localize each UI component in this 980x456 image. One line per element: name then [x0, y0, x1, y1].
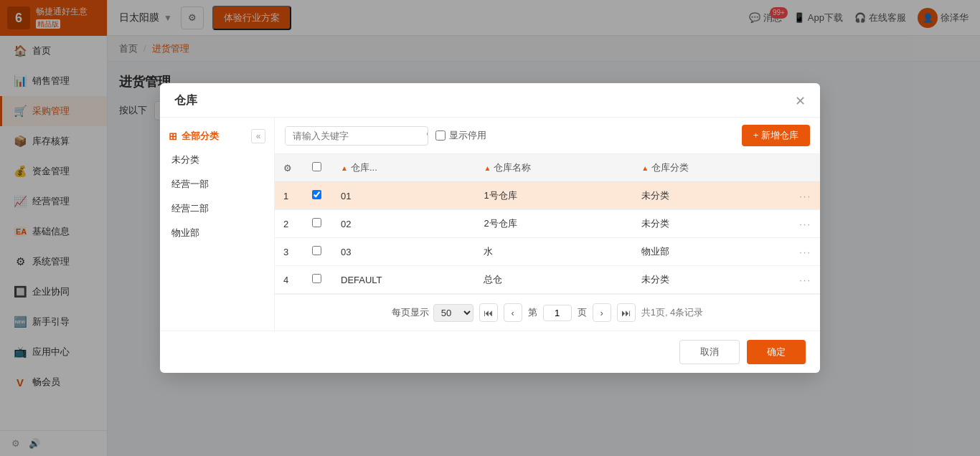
table-header-row: ⚙ ▲ 仓库... — [275, 154, 820, 182]
all-category-label: 全部分类 — [182, 130, 219, 143]
right-toolbar: 🔍 显示停用 + 新增仓库 — [275, 118, 820, 154]
per-page-selector: 每页显示 50 20 100 — [392, 304, 473, 322]
th-checkbox — [303, 154, 332, 182]
last-page-button[interactable]: ⏭ — [617, 303, 636, 322]
th-actions — [791, 154, 820, 182]
row-category: 未分类 — [633, 182, 791, 210]
search-icon[interactable]: 🔍 — [420, 130, 428, 141]
page-unit: 页 — [578, 306, 587, 319]
row-index: 1 — [275, 182, 303, 210]
warehouse-dialog: 仓库 ✕ ⊞ 全部分类 « 未分类 经营一部 经营二部 物业部 — [160, 83, 820, 373]
confirm-button[interactable]: 确定 — [747, 340, 806, 364]
add-warehouse-button[interactable]: + 新增仓库 — [742, 125, 810, 146]
row-checkbox[interactable] — [303, 210, 332, 238]
show-disabled-checkbox[interactable] — [435, 130, 446, 141]
dialog-footer: 取消 确定 — [160, 331, 820, 373]
row-actions[interactable]: ··· — [791, 182, 820, 210]
dialog-body: ⊞ 全部分类 « 未分类 经营一部 经营二部 物业部 🔍 — [160, 118, 820, 331]
row-index: 4 — [275, 266, 303, 294]
row-code: DEFAULT — [332, 266, 475, 294]
category-item-ops1[interactable]: 经营一部 — [160, 172, 274, 196]
row-index: 3 — [275, 238, 303, 266]
row-category: 未分类 — [633, 210, 791, 238]
row-name: 总仓 — [475, 266, 633, 294]
table-container: ⚙ ▲ 仓库... — [275, 154, 820, 294]
sort-icon-name: ▲ — [484, 164, 491, 172]
grid-icon: ⊞ — [169, 130, 177, 142]
row-checkbox[interactable] — [303, 182, 332, 210]
modal-overlay: 仓库 ✕ ⊞ 全部分类 « 未分类 经营一部 经营二部 物业部 — [0, 0, 980, 456]
category-item-unclassified[interactable]: 未分类 — [160, 148, 274, 172]
all-category-button[interactable]: ⊞ 全部分类 — [169, 130, 219, 143]
row-name: 水 — [475, 238, 633, 266]
row-actions[interactable]: ··· — [791, 210, 820, 238]
pagination: 每页显示 50 20 100 ⏮ ‹ 第 页 › ⏭ 共1页, 4条记录 — [275, 294, 820, 331]
row-code: 03 — [332, 238, 475, 266]
first-page-button[interactable]: ⏮ — [479, 303, 498, 322]
dialog-title: 仓库 — [174, 93, 197, 108]
per-page-select[interactable]: 50 20 100 — [433, 304, 473, 322]
row-actions[interactable]: ··· — [791, 266, 820, 294]
th-category: ▲ 仓库分类 — [633, 154, 791, 182]
total-info: 共1页, 4条记录 — [641, 306, 704, 319]
th-settings: ⚙ — [275, 154, 303, 182]
th-code: ▲ 仓库... — [332, 154, 475, 182]
row-category: 物业部 — [633, 238, 791, 266]
settings-column-icon: ⚙ — [283, 163, 292, 174]
dialog-header: 仓库 ✕ — [160, 83, 820, 118]
next-page-button[interactable]: › — [593, 303, 611, 322]
row-checkbox[interactable] — [303, 266, 332, 294]
category-item-ops2[interactable]: 经营二部 — [160, 196, 274, 221]
row-code: 02 — [332, 210, 475, 238]
category-header: ⊞ 全部分类 « — [160, 125, 274, 148]
table-row[interactable]: 3 03 水 物业部 ··· — [275, 238, 820, 266]
th-name: ▲ 仓库名称 — [475, 154, 633, 182]
table-row[interactable]: 2 02 2号仓库 未分类 ··· — [275, 210, 820, 238]
row-category: 未分类 — [633, 266, 791, 294]
row-index: 2 — [275, 210, 303, 238]
row-actions[interactable]: ··· — [791, 238, 820, 266]
table-row[interactable]: 4 DEFAULT 总仓 未分类 ··· — [275, 266, 820, 294]
per-page-label: 每页显示 — [392, 306, 429, 319]
cancel-button[interactable]: 取消 — [679, 340, 740, 364]
prev-page-button[interactable]: ‹ — [504, 303, 522, 322]
row-name: 1号仓库 — [475, 182, 633, 210]
collapse-button[interactable]: « — [251, 129, 265, 143]
warehouse-table: ⚙ ▲ 仓库... — [275, 154, 820, 294]
search-input[interactable] — [286, 127, 420, 145]
select-all-checkbox[interactable] — [312, 162, 321, 171]
show-disabled-text: 显示停用 — [449, 129, 486, 142]
row-code: 01 — [332, 182, 475, 210]
dialog-close-button[interactable]: ✕ — [795, 95, 806, 108]
table-row[interactable]: 1 01 1号仓库 未分类 ··· — [275, 182, 820, 210]
category-item-property[interactable]: 物业部 — [160, 221, 274, 245]
sort-icon: ▲ — [341, 164, 348, 172]
row-checkbox[interactable] — [303, 238, 332, 266]
show-disabled-label[interactable]: 显示停用 — [435, 129, 486, 142]
right-panel: 🔍 显示停用 + 新增仓库 ⚙ — [275, 118, 820, 331]
sort-icon-cat: ▲ — [641, 164, 649, 172]
category-panel: ⊞ 全部分类 « 未分类 经营一部 经营二部 物业部 — [160, 118, 275, 331]
search-box: 🔍 — [285, 126, 428, 146]
row-name: 2号仓库 — [475, 210, 633, 238]
page-label: 第 — [528, 306, 537, 319]
page-number-input[interactable] — [543, 305, 572, 321]
